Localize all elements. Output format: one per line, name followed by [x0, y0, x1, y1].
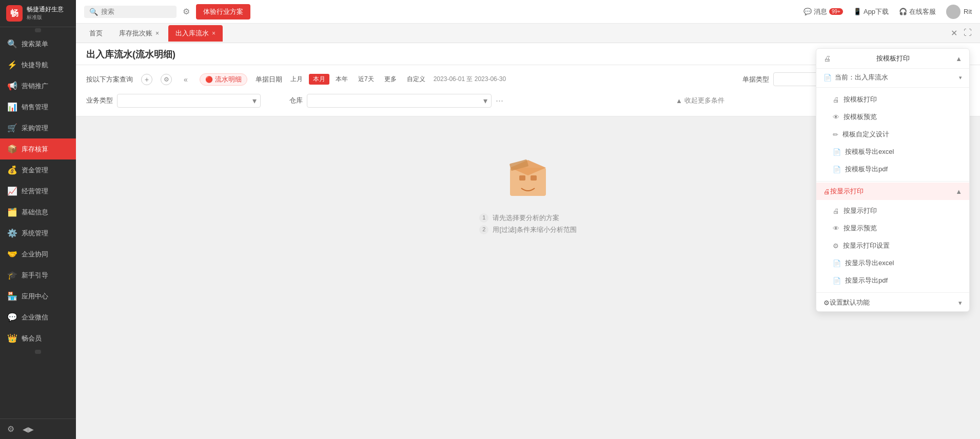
sidebar-item-label: 采购管理 — [22, 124, 48, 133]
dp-default-section-header[interactable]: ⚙ 设置默认功能 ▾ — [816, 294, 969, 311]
sidebar-item-wechat[interactable]: 💬 企业微信 — [0, 307, 76, 328]
dp-template-print-item[interactable]: 🖨 按模板打印 — [816, 91, 969, 108]
tab-close-all-icon[interactable]: ✕ — [949, 27, 959, 39]
user-avatar-area[interactable]: Rit — [946, 5, 972, 19]
dp-collapse-icon[interactable]: ▲ — [955, 55, 962, 63]
sidebar-item-label: 企业协同 — [22, 250, 48, 259]
dp-tpdf-label: 按模板导出pdf — [845, 165, 888, 174]
dp-divider-3 — [816, 292, 969, 293]
sidebar-item-vip[interactable]: 👑 畅会员 — [0, 328, 76, 349]
date-tab-7days[interactable]: 近7天 — [354, 74, 378, 85]
search-icon: 🔍 — [7, 39, 17, 49]
sidebar-item-label: 搜索菜单 — [22, 39, 48, 49]
search-input[interactable] — [101, 8, 168, 15]
sidebar-item-guide[interactable]: 🎓 新手引导 — [0, 265, 76, 286]
sidebar-item-purchase[interactable]: 🛒 采购管理 — [0, 117, 76, 138]
sidebar-item-finance[interactable]: 💰 资金管理 — [0, 159, 76, 181]
sidebar-item-search[interactable]: 🔍 搜索菜单 — [0, 33, 76, 54]
date-tab-more[interactable]: 更多 — [380, 74, 401, 85]
filter-collapse-btn[interactable]: « — [180, 74, 191, 85]
logo-icon: 畅 — [6, 5, 23, 22]
date-filter: 单据日期 上月 本月 本年 近7天 更多 自定义 2023-06-01 至 20… — [256, 74, 506, 85]
app-download-btn[interactable]: 📱 App下载 — [853, 7, 889, 16]
dp-tcustom-label: 模板自定义设计 — [842, 130, 889, 139]
dp-template-pdf-item[interactable]: 📄 按模板导出pdf — [816, 161, 969, 178]
sidebar-item-label: 库存核算 — [22, 145, 48, 154]
sidebar-nav: 🔍 搜索菜单 ⚡ 快捷导航 📢 营销推广 📊 销售管理 🛒 采购管理 📦 库存核… — [0, 27, 76, 418]
sidebar-item-label: 新手引导 — [22, 271, 48, 280]
dp-display-section-header[interactable]: 🖨 按显示打印 ▲ — [816, 183, 969, 200]
sidebar-item-marketing[interactable]: 📢 营销推广 — [0, 75, 76, 96]
active-filter-tag[interactable]: 🔴 流水明细 — [200, 73, 247, 86]
collapse-more-btn[interactable]: ▲ 收起更多条件 — [676, 96, 724, 105]
tab-batch-close[interactable]: × — [155, 30, 159, 37]
sidebar-item-sales[interactable]: 📊 销售管理 — [0, 96, 76, 117]
sidebar-item-quicknav[interactable]: ⚡ 快捷导航 — [0, 54, 76, 75]
message-icon: 💬 — [803, 8, 812, 15]
dp-current-item[interactable]: 📄 当前：出入库流水 ▾ — [816, 69, 969, 86]
topbar-right: 💬 消息 99+ 📱 App下载 🎧 在线客服 Rit — [803, 5, 972, 19]
tab-flow-close[interactable]: × — [212, 30, 215, 37]
dp-tprint-icon: 🖨 — [833, 96, 839, 104]
dp-template-customize-item[interactable]: ✏ 模板自定义设计 — [816, 126, 969, 143]
tab-batch[interactable]: 库存批次账 × — [112, 25, 166, 42]
date-tab-thisyear[interactable]: 本年 — [331, 74, 352, 85]
sidebar-item-enterprise[interactable]: 🤝 企业协同 — [0, 244, 76, 265]
dp-display-print-item[interactable]: 🖨 按显示打印 — [816, 202, 969, 220]
dp-display-collapse-icon: ▲ — [955, 188, 962, 195]
message-btn[interactable]: 💬 消息 99+ — [803, 7, 843, 16]
tab-home[interactable]: 首页 — [82, 25, 110, 42]
date-tab-lastmonth[interactable]: 上月 — [286, 74, 307, 85]
dp-default-label: 设置默认功能 — [830, 298, 870, 307]
tag-label: 流水明细 — [215, 75, 242, 84]
date-tab-custom[interactable]: 自定义 — [403, 74, 429, 85]
dp-display-settings-item[interactable]: ⚙ 按显示打印设置 — [816, 237, 969, 254]
sidebar-item-basic[interactable]: 🗂️ 基础信息 — [0, 202, 76, 223]
service-label: 在线客服 — [909, 7, 936, 16]
filter-setting-btn[interactable]: ⚙ — [161, 74, 172, 85]
warehouse-label: 仓库 — [289, 96, 303, 105]
tab-flow[interactable]: 出入库流水 × — [168, 25, 223, 42]
phone-icon: 📱 — [853, 8, 861, 15]
sidebar-item-system[interactable]: ⚙️ 系统管理 — [0, 223, 76, 244]
filter-add-btn[interactable]: + — [141, 74, 152, 85]
dp-dexcel-icon: 📄 — [833, 260, 841, 267]
logo-title: 畅捷通好生意 — [27, 6, 64, 14]
search-icon: 🔍 — [89, 8, 98, 16]
dp-template-preview-item[interactable]: 👁 按模板预览 — [816, 108, 969, 126]
dp-display-section-label: 按显示打印 — [830, 187, 864, 196]
sidebar-item-appstore[interactable]: 🏪 应用中心 — [0, 286, 76, 307]
dp-template-excel-item[interactable]: 📄 按模板导出excel — [816, 143, 969, 161]
search-box[interactable]: 🔍 — [84, 6, 177, 18]
trends-icon: 📈 — [7, 186, 17, 196]
sidebar-collapse-icon[interactable]: ◀▶ — [23, 425, 34, 433]
folder-icon: 🗂️ — [7, 207, 17, 217]
tab-expand-icon[interactable]: ⛶ — [962, 27, 974, 39]
date-tabs: 上月 本月 本年 近7天 更多 自定义 — [286, 74, 429, 85]
sidebar-item-operations[interactable]: 📈 经营管理 — [0, 181, 76, 202]
date-tab-thismonth[interactable]: 本月 — [309, 74, 329, 85]
chevron-up-icon: ▲ — [676, 97, 682, 105]
sidebar-item-label: 应用中心 — [22, 292, 48, 301]
date-field-label: 单据日期 — [256, 75, 282, 84]
topbar-gear-icon[interactable]: ⚙ — [183, 7, 190, 16]
dp-display-pdf-item[interactable]: 📄 按显示导出pdf — [816, 272, 969, 289]
service-btn[interactable]: 🎧 在线客服 — [899, 7, 936, 16]
warehouse-select[interactable] — [307, 94, 492, 108]
sidebar-item-label: 资金管理 — [22, 166, 48, 175]
page-content: 出入库流水(流水明细) 🖨 按模板打印 ▲ ↑ 导出 ↺ 刷新 — [76, 43, 980, 439]
dp-display-preview-item[interactable]: 👁 按显示预览 — [816, 220, 969, 237]
sidebar: 畅 畅捷通好生意 标准版 🔍 搜索菜单 ⚡ 快捷导航 📢 营销推广 📊 销售管理… — [0, 0, 76, 439]
dp-header: 🖨 按模板打印 ▲ — [816, 49, 969, 69]
dp-display-excel-item[interactable]: 📄 按显示导出excel — [816, 254, 969, 272]
business-type-wrapper — [117, 94, 261, 108]
bottom-settings-icon[interactable]: ⚙ — [7, 424, 14, 434]
megaphone-icon: 📢 — [7, 81, 17, 91]
doctype-label: 单据类型 — [742, 75, 769, 84]
warehouse-more-icon[interactable]: ··· — [496, 95, 503, 106]
business-type-select[interactable] — [117, 94, 261, 108]
dp-dpdf-label: 按显示导出pdf — [845, 276, 888, 285]
industry-btn[interactable]: 体验行业方案 — [196, 4, 250, 19]
dp-tpreview-label: 按模板预览 — [844, 112, 877, 122]
sidebar-item-inventory[interactable]: 📦 库存核算 — [0, 138, 76, 159]
